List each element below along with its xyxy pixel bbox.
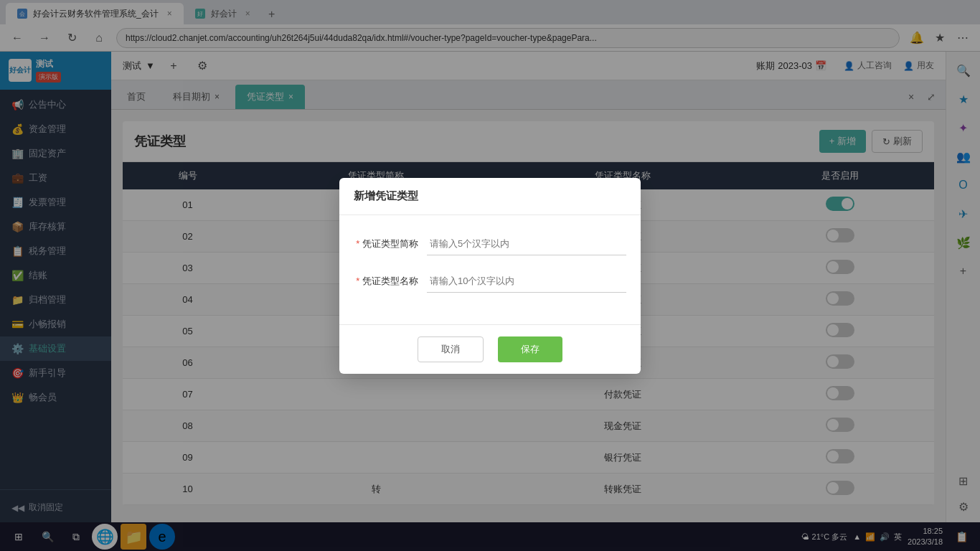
form-row-name: 凭证类型名称 xyxy=(354,270,626,293)
modal-header: 新增凭证类型 xyxy=(339,178,641,215)
form-row-abbr: 凭证类型简称 xyxy=(354,232,626,255)
add-voucher-type-modal: 新增凭证类型 凭证类型简称 凭证类型名称 取消 保存 xyxy=(339,178,641,374)
modal-footer: 取消 保存 xyxy=(339,324,641,374)
modal-overlay[interactable]: 新增凭证类型 凭证类型简称 凭证类型名称 取消 保存 xyxy=(0,0,980,551)
abbr-label: 凭证类型简称 xyxy=(354,237,418,250)
abbr-input[interactable] xyxy=(427,232,626,255)
save-button[interactable]: 保存 xyxy=(498,336,562,362)
modal-title: 新增凭证类型 xyxy=(354,189,418,202)
cancel-button[interactable]: 取消 xyxy=(418,336,484,362)
modal-body: 凭证类型简称 凭证类型名称 xyxy=(339,215,641,324)
name-input[interactable] xyxy=(427,270,626,293)
name-label: 凭证类型名称 xyxy=(354,275,418,288)
